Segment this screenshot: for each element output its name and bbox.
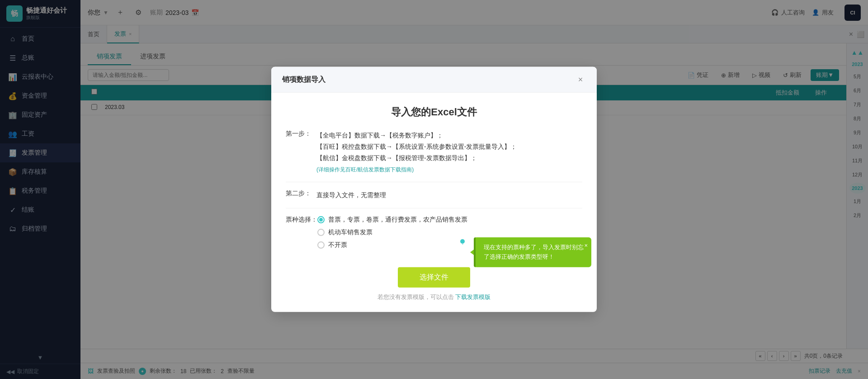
step1-line3: 【航信】金税盘数据下载→【报税管理-发票数据导出】；	[316, 152, 517, 164]
radio-circle-1	[317, 216, 325, 223]
radio-label-1: 普票，专票，卷票，通行费发票，农产品销售发票	[328, 216, 467, 224]
import-modal: 销项数据导入 × 导入您的Excel文件 第一步： 【全电平台】数据下载→【税务…	[271, 67, 597, 312]
step1-hint[interactable]: (详细操作见百旺/航信发票数据下载指南)	[316, 165, 517, 175]
modal-main-title: 导入您的Excel文件	[286, 105, 582, 119]
radio-option-3[interactable]: 不开票	[317, 241, 467, 249]
radio-option-1[interactable]: 普票，专票，卷票，通行费发票，农产品销售发票	[317, 216, 467, 224]
step2-row: 第二步： 直接导入文件，无需整理	[286, 190, 582, 201]
step1-row: 第一步： 【全电平台】数据下载→【税务数字账户】； 【百旺】税控盘数据下载→【系…	[286, 130, 582, 175]
divider2	[286, 208, 582, 208]
step2-content: 直接导入文件，无需整理	[316, 190, 386, 201]
radio-label-2: 机动车销售发票	[328, 228, 373, 237]
step1-link[interactable]: (详细操作见百旺/航信发票数据下载指南)	[316, 166, 414, 172]
modal-footer-note: 若您没有发票模版，可以点击 下载发票模版	[286, 293, 582, 301]
download-template-link[interactable]: 下载发票模版	[455, 294, 491, 300]
tooltip-popup: 现在支持的票种多了，导入发票时别忘了选择正确的发票类型呀！ ×	[474, 237, 591, 267]
footer-note-text: 若您没有发票模版，可以点击	[377, 294, 454, 300]
radio-option-2[interactable]: 机动车销售发票	[317, 228, 467, 237]
tooltip-bar	[474, 237, 476, 267]
ticket-select-label: 票种选择：	[286, 216, 317, 224]
modal-close-btn[interactable]: ×	[575, 74, 586, 85]
step1-content: 【全电平台】数据下载→【税务数字账户】； 【百旺】税控盘数据下载→【系统设置-系…	[316, 130, 517, 175]
tooltip-content: 现在支持的票种多了，导入发票时别忘了选择正确的发票类型呀！	[484, 243, 585, 262]
radio-circle-2	[317, 229, 325, 236]
divider1	[286, 182, 582, 182]
step2-label: 第二步：	[286, 190, 316, 198]
radio-group: 普票，专票，卷票，通行费发票，农产品销售发票 机动车销售发票 不开票	[317, 216, 467, 249]
step1-line2: 【百旺】税控盘数据下载→【系统设置-系统参数设置-发票批量导入】；	[316, 141, 517, 152]
step1-label: 第一步：	[286, 130, 316, 138]
tooltip-anchor: 现在支持的票种多了，导入发票时别忘了选择正确的发票类型呀！ ×	[474, 237, 591, 267]
tooltip-line	[462, 244, 463, 245]
select-file-section: 选择文件	[286, 267, 582, 288]
ticket-section: 票种选择： 普票，专票，卷票，通行费发票，农产品销售发票 机动车销售发票	[286, 216, 582, 256]
modal-title: 销项数据导入	[282, 75, 326, 84]
modal-header: 销项数据导入 ×	[271, 67, 597, 93]
modal-body: 导入您的Excel文件 第一步： 【全电平台】数据下载→【税务数字账户】； 【百…	[271, 93, 597, 312]
radio-dot-1	[319, 218, 323, 222]
select-file-btn[interactable]: 选择文件	[398, 267, 470, 288]
radio-label-3: 不开票	[328, 241, 347, 249]
radio-circle-3	[317, 242, 325, 249]
step1-line1: 【全电平台】数据下载→【税务数字账户】；	[316, 130, 517, 141]
tooltip-close-btn[interactable]: ×	[584, 241, 588, 251]
